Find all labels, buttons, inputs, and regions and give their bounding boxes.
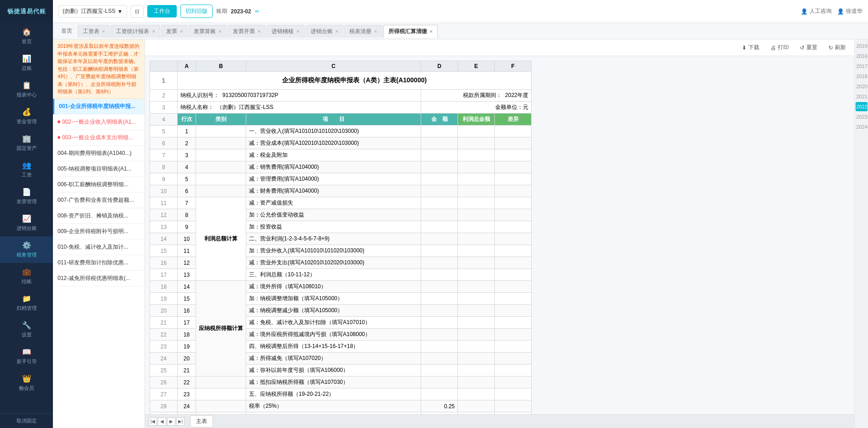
form-item-012[interactable]: 012-减免所得税优惠明细表(...: [53, 271, 145, 286]
tab-home[interactable]: 首页: [57, 25, 77, 37]
customer-service-button[interactable]: 👤 人工咨询: [801, 7, 832, 15]
col-leibie: 类别: [196, 114, 246, 126]
sheet-nav-last[interactable]: ▶|: [176, 417, 185, 426]
row-num-2: 2: [150, 90, 178, 102]
invoice-icon: 📄: [22, 188, 31, 196]
year-2016[interactable]: 2016: [856, 51, 868, 61]
col-lirun: 利润总金额: [458, 114, 495, 126]
sheet-nav-next[interactable]: ▶: [167, 417, 175, 426]
sidebar-item-ledger[interactable]: 📊 总账: [0, 50, 53, 76]
category-profit: 利润总额计算: [196, 197, 246, 281]
year-2022[interactable]: 2022: [856, 102, 868, 111]
work-platform-button[interactable]: 工作台: [147, 5, 177, 17]
warning-bar: 2019年度涉及取以前年度连续数据的申报表单元格需要手工维护正确，才能保证本年及…: [53, 40, 145, 99]
form-item-005[interactable]: 005-纳税调整项目明细表(A1...: [53, 161, 145, 177]
company-selector[interactable]: (勿删）江西服宝-LSS ▼: [58, 5, 127, 17]
form-item-004[interactable]: 004-期间费用明细表(A1040...): [53, 146, 145, 161]
sidebar-item-finance[interactable]: 💰 资金管理: [0, 103, 53, 130]
sheet-nav-prev[interactable]: ◀: [158, 417, 166, 426]
tab-tax-list-close[interactable]: ×: [374, 29, 377, 34]
tab-invoice-calc[interactable]: 发票算账 ×: [189, 25, 226, 38]
company-name: (勿删）江西服宝-LSS: [63, 7, 116, 15]
sheet-nav: |◀ ◀ ▶ ▶|: [149, 417, 185, 426]
user-profile-button[interactable]: 👤 徐道华: [837, 7, 862, 15]
form-item-011[interactable]: 011-研发费用加计扣除优惠...: [53, 255, 145, 271]
sidebar-item-member[interactable]: 👑 畅会员: [0, 370, 53, 396]
tab-invoice[interactable]: 发票 ×: [161, 25, 188, 38]
sidebar-item-guide[interactable]: 📖 新手引导: [0, 343, 53, 370]
form-item-007[interactable]: 007-广告费和业务宣传费超额...: [53, 193, 145, 208]
form-item-009[interactable]: 009-企业所得税附补亏损明...: [53, 224, 145, 240]
tab-audit[interactable]: 进销稽核 ×: [266, 25, 304, 38]
form-item-003[interactable]: 003-一般企业成本支出明细...: [53, 130, 145, 146]
switch-version-button[interactable]: 切到旧版: [180, 5, 213, 18]
year-2024[interactable]: 2024: [856, 122, 868, 131]
current-period: 2023-02: [231, 8, 251, 15]
col-xiangmu: 项 目: [246, 114, 421, 126]
warning-dot-2: [58, 136, 60, 139]
period-edit-icon[interactable]: ✏: [255, 8, 260, 15]
form-item-002[interactable]: 002-一般企业收入明细表(A1...: [53, 114, 145, 130]
form-004-label: 004-期间费用明细表(A1040...): [58, 149, 132, 157]
row-num-1: 1: [150, 72, 178, 90]
form-item-006[interactable]: 006-职工薪酬纳税调整明细...: [53, 177, 145, 193]
tab-income-tax[interactable]: 所得税汇算清缴 ×: [383, 25, 438, 38]
year-2020[interactable]: 2020: [856, 82, 868, 91]
table-row-col-headers: 4 行次 类别 项 目 金 额 利润总金额 差异: [150, 114, 532, 126]
year-2019[interactable]: 2019: [856, 41, 868, 51]
sidebar-item-reports[interactable]: 📋 报表中心: [0, 76, 53, 103]
download-button[interactable]: ⬇ 下载: [739, 42, 762, 53]
table-row: 18 14 应纳税所得额计算 减：境外所得（填写A108010）: [150, 281, 532, 293]
topbar-copy-button[interactable]: ⊟: [131, 5, 144, 18]
sidebar-item-tax[interactable]: ⚙️ 税务管理: [0, 236, 53, 263]
payroll-icon: 👥: [22, 161, 31, 170]
sheet-nav-first[interactable]: |◀: [149, 417, 157, 426]
sheet-area[interactable]: A B C D E F 1 企业所得税年度纳税申报表（A类）主表(A100000…: [145, 56, 854, 414]
tab-payroll[interactable]: 工资表 ×: [78, 25, 110, 38]
form-item-001[interactable]: 001-企业所得税年度纳税申报...: [53, 99, 145, 114]
right-panel: ⬇ 下载 🖨 打印 ↺ 重置 ↻ 刷新: [145, 40, 854, 428]
sidebar-item-settings[interactable]: 🔧 设置: [0, 316, 53, 343]
refresh-button[interactable]: ↻ 刷新: [826, 42, 849, 53]
tab-payroll-close[interactable]: ×: [102, 29, 105, 34]
topbar-right: 👤 人工咨询 👤 徐道华: [801, 7, 862, 15]
tab-income-tax-close[interactable]: ×: [430, 29, 433, 34]
sidebar-unpin-button[interactable]: 取消固定: [0, 413, 53, 428]
tab-ledger[interactable]: 进销台账 ×: [306, 25, 343, 38]
col-chayi: 差异: [495, 114, 532, 126]
print-button[interactable]: 🖨 打印: [768, 42, 792, 53]
sidebar-item-assets[interactable]: 🏢 固定资产: [0, 130, 53, 156]
sidebar-item-home[interactable]: 🏠 首页: [0, 23, 53, 50]
sidebar-item-invoice[interactable]: 📄 发票管理: [0, 183, 53, 210]
form-item-010[interactable]: 010-免税、减计收入及加计...: [53, 240, 145, 255]
sidebar-item-payroll[interactable]: 👥 工资: [0, 156, 53, 183]
tab-ledger-close[interactable]: ×: [336, 29, 338, 34]
table-row-company: 3 纳税人名称： （勿删）江西服宝-LSS 金额单位：元: [150, 102, 532, 114]
tab-tax-list[interactable]: 税表清册 ×: [344, 25, 382, 38]
ledger-icon: 📊: [22, 54, 31, 63]
tab-invoice-open[interactable]: 发票开票 ×: [228, 25, 266, 38]
year-2017[interactable]: 2017: [856, 62, 868, 71]
sidebar-item-close[interactable]: 💼 结账: [0, 263, 53, 290]
year-2018[interactable]: 2018: [856, 72, 868, 81]
tab-payroll-stats[interactable]: 工资统计报表 ×: [111, 25, 160, 38]
form-006-label: 006-职工薪酬纳税调整明细...: [58, 181, 128, 188]
form-007-label: 007-广告费和业务宣传费超额...: [58, 196, 134, 204]
form-012-label: 012-减免所得税优惠明细表(...: [58, 274, 130, 282]
unpin-label: 取消固定: [17, 417, 37, 424]
sidebar-item-sales[interactable]: 📈 进销台账: [0, 210, 53, 236]
tab-invoice-open-close[interactable]: ×: [258, 29, 260, 34]
year-2021[interactable]: 2021: [856, 92, 868, 101]
settings-icon: 🔧: [22, 321, 31, 330]
tab-payroll-stats-close[interactable]: ×: [152, 29, 155, 34]
tab-invoice-calc-close[interactable]: ×: [219, 29, 221, 34]
copy-icon: ⊟: [135, 8, 139, 15]
sheet-tab-main[interactable]: 主表: [190, 415, 213, 428]
table-row: 6 2 减：营业成本(填写A102010\102020\103000): [150, 137, 532, 149]
tab-invoice-close[interactable]: ×: [180, 29, 183, 34]
reset-button[interactable]: ↺ 重置: [797, 42, 820, 53]
sidebar-item-archive[interactable]: 📁 归档管理: [0, 290, 53, 316]
form-item-008[interactable]: 008-资产折旧、摊销及纳税...: [53, 208, 145, 224]
year-2023[interactable]: 2023: [856, 112, 868, 121]
tab-audit-close[interactable]: ×: [296, 29, 299, 34]
